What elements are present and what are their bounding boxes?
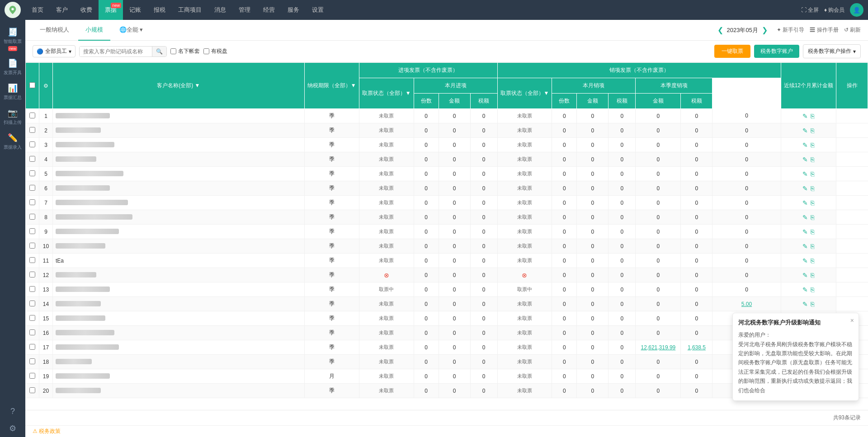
- nav-tax[interactable]: 报税: [147, 0, 172, 20]
- row-checkbox[interactable]: [29, 257, 35, 263]
- edit-icon[interactable]: ✎: [802, 113, 808, 120]
- row-checkbox-cell[interactable]: [26, 254, 39, 268]
- edit-icon[interactable]: ✎: [802, 127, 808, 134]
- has-tax-checkbox[interactable]: [203, 48, 209, 54]
- row-checkbox-cell[interactable]: [26, 196, 39, 210]
- row-checkbox[interactable]: [29, 358, 35, 364]
- tax-policy-bar[interactable]: ⚠ 税务政策: [25, 425, 868, 437]
- search-input[interactable]: [80, 47, 152, 56]
- nav-services[interactable]: 服务: [281, 0, 306, 20]
- copy-icon[interactable]: ⎘: [811, 286, 814, 293]
- row-checkbox[interactable]: [29, 286, 35, 292]
- copy-icon[interactable]: ⎘: [811, 113, 814, 120]
- row-checkbox-cell[interactable]: [26, 340, 39, 355]
- search-button[interactable]: 🔍: [152, 47, 166, 56]
- edit-icon[interactable]: ✎: [802, 141, 808, 149]
- my-ledger-checkbox-label[interactable]: 名下帐套: [170, 47, 200, 55]
- has-tax-checkbox-label[interactable]: 有税盘: [203, 47, 227, 55]
- row-checkbox[interactable]: [29, 329, 35, 335]
- row-checkbox-cell[interactable]: [26, 152, 39, 167]
- row-checkbox-cell[interactable]: [26, 326, 39, 340]
- season-amount-value[interactable]: 12,621,319.99: [641, 344, 676, 351]
- copy-icon[interactable]: ⎘: [811, 156, 814, 163]
- app-logo[interactable]: [5, 2, 21, 18]
- notification-close-button[interactable]: ×: [850, 317, 854, 324]
- copy-icon[interactable]: ⎘: [811, 257, 814, 264]
- row-checkbox-cell[interactable]: [26, 384, 39, 398]
- row-checkbox[interactable]: [29, 141, 35, 147]
- nav-receipts[interactable]: 收费: [74, 0, 99, 20]
- user-avatar[interactable]: 👤: [850, 3, 863, 17]
- nav-clients[interactable]: 客户: [50, 0, 74, 20]
- tab-general[interactable]: 一般纳税人: [33, 20, 76, 41]
- nav-invoices[interactable]: 票据 new: [99, 0, 123, 20]
- row-checkbox[interactable]: [29, 185, 35, 191]
- copy-icon[interactable]: ⎘: [811, 272, 814, 279]
- edit-icon[interactable]: ✎: [802, 228, 808, 235]
- row-checkbox[interactable]: [29, 228, 35, 234]
- row-checkbox[interactable]: [29, 127, 35, 133]
- row-checkbox[interactable]: [29, 315, 35, 321]
- copy-icon[interactable]: ⎘: [811, 141, 814, 149]
- edit-icon[interactable]: ✎: [802, 214, 808, 221]
- nav-settings[interactable]: 设置: [306, 0, 330, 20]
- copy-icon[interactable]: ⎘: [811, 228, 814, 235]
- row-checkbox-cell[interactable]: [26, 123, 39, 138]
- sidebar-item-invoice-summary[interactable]: 📊 票据汇总: [0, 80, 25, 104]
- row-checkbox[interactable]: [29, 113, 35, 118]
- nav-bookkeeping[interactable]: 记账: [123, 0, 147, 20]
- tax-ops-button[interactable]: 税务数字账户操作 ▾: [803, 44, 861, 58]
- row-checkbox[interactable]: [29, 301, 35, 306]
- sidebar-item-smart-invoice[interactable]: 🧾 智能取票 new: [0, 23, 25, 55]
- row-checkbox-cell[interactable]: [26, 167, 39, 181]
- copy-icon[interactable]: ⎘: [811, 199, 814, 207]
- new-guide-link[interactable]: ✦ 新手引导: [777, 26, 804, 34]
- nav-home[interactable]: 首页: [25, 0, 50, 20]
- copy-icon[interactable]: ⎘: [811, 243, 814, 250]
- edit-icon[interactable]: ✎: [802, 301, 808, 308]
- edit-icon[interactable]: ✎: [802, 257, 808, 264]
- settings-col-icon[interactable]: ⚙: [43, 83, 48, 89]
- tax-digital-button[interactable]: 税务数字账户: [754, 45, 799, 58]
- edit-icon[interactable]: ✎: [802, 185, 808, 192]
- row-checkbox-cell[interactable]: [26, 297, 39, 311]
- copy-icon[interactable]: ⎘: [811, 301, 814, 308]
- row-checkbox-cell[interactable]: [26, 355, 39, 369]
- row-checkbox[interactable]: [29, 199, 35, 205]
- nav-messages[interactable]: 消息: [208, 0, 232, 20]
- edit-icon[interactable]: ✎: [802, 272, 808, 279]
- sidebar-item-invoice-entry[interactable]: ✏️ 票据录入: [0, 129, 25, 154]
- member-button[interactable]: ♦ 购会员: [824, 6, 844, 14]
- prev-month-button[interactable]: ❮: [717, 26, 723, 34]
- edit-icon[interactable]: ✎: [802, 199, 808, 207]
- nav-management[interactable]: 管理: [232, 0, 257, 20]
- row-checkbox-cell[interactable]: [26, 282, 39, 297]
- row-checkbox-cell[interactable]: [26, 181, 39, 196]
- cumulative-value[interactable]: 5.00: [741, 301, 752, 307]
- sidebar-item-scan-upload[interactable]: 📷 扫描上传: [0, 104, 25, 129]
- refresh-link[interactable]: ↺ 刷新: [844, 26, 861, 34]
- select-all-checkbox[interactable]: [29, 82, 35, 88]
- edit-icon[interactable]: ✎: [802, 243, 808, 250]
- row-checkbox[interactable]: [29, 156, 35, 162]
- row-checkbox-cell[interactable]: [26, 369, 39, 384]
- sidebar-item-settings[interactable]: ⚙: [7, 420, 18, 437]
- tab-all[interactable]: 🌐 全能 ▾: [112, 20, 150, 41]
- row-checkbox-cell[interactable]: [26, 210, 39, 225]
- row-checkbox[interactable]: [29, 170, 35, 176]
- manual-link[interactable]: ☰ 操作手册: [810, 26, 838, 34]
- edit-icon[interactable]: ✎: [802, 170, 808, 178]
- row-checkbox[interactable]: [29, 373, 35, 379]
- employee-filter-select[interactable]: 🔵 全部员工 ▾: [33, 45, 75, 57]
- sidebar-item-help[interactable]: ?: [7, 403, 18, 420]
- row-checkbox-cell[interactable]: [26, 311, 39, 326]
- row-checkbox[interactable]: [29, 272, 35, 277]
- season-tax-value[interactable]: 1,638.5: [688, 344, 706, 351]
- copy-icon[interactable]: ⎘: [811, 170, 814, 178]
- copy-icon[interactable]: ⎘: [811, 214, 814, 221]
- row-checkbox[interactable]: [29, 214, 35, 220]
- copy-icon[interactable]: ⎘: [811, 185, 814, 192]
- nav-business[interactable]: 工商项目: [172, 0, 208, 20]
- edit-icon[interactable]: ✎: [802, 286, 808, 293]
- sidebar-item-issue-invoice[interactable]: 📄 发票开具: [0, 55, 25, 80]
